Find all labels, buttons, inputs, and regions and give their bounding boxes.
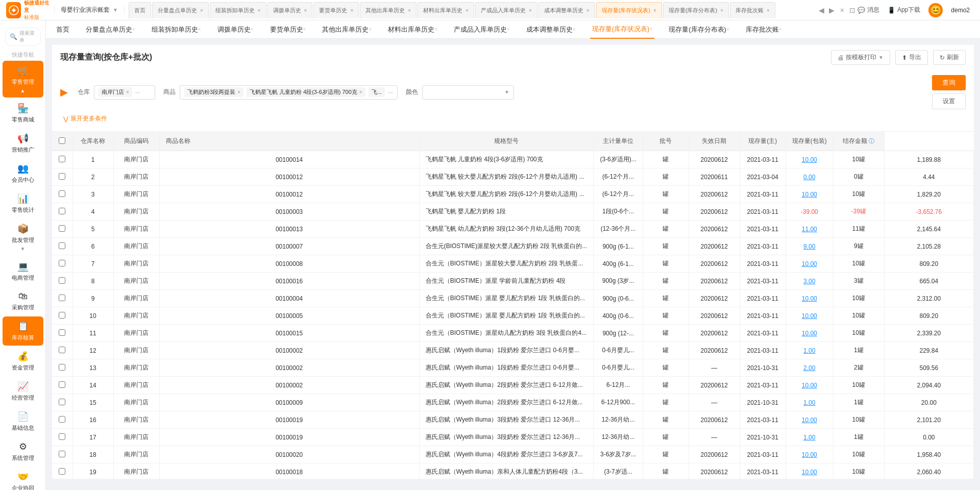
- nav-tab-2[interactable]: 组装拆卸单历史 ×: [150, 20, 203, 39]
- warehouse-more-btn[interactable]: ···: [135, 89, 140, 96]
- sidebar-item-operation[interactable]: 📈 经营管理: [3, 377, 43, 406]
- sidebar-item-marketing[interactable]: 📢 营销推广: [3, 129, 43, 158]
- sidebar-item-retail-mall[interactable]: 🏪 零售商城: [3, 99, 43, 128]
- nav-tab-4[interactable]: 要货单历史 ×: [268, 20, 308, 39]
- row-stock-main[interactable]: 10.00: [786, 463, 833, 479]
- row-checkbox[interactable]: [59, 225, 65, 232]
- sidebar-item-retail-stats[interactable]: 📊 零售统计: [3, 189, 43, 218]
- tab-7[interactable]: 成本调整单历史 ×: [538, 2, 595, 18]
- row-checkbox[interactable]: [59, 433, 65, 440]
- sidebar-item-member[interactable]: 👥 会员中心: [3, 159, 43, 188]
- row-stock-main[interactable]: 1.00: [786, 342, 833, 359]
- tab-close-all-btn[interactable]: ×: [837, 3, 847, 17]
- nav-tab-1[interactable]: 分量盘点单历史 ×: [84, 20, 137, 39]
- row-checkbox[interactable]: [59, 190, 65, 197]
- row-stock-main[interactable]: 10.00: [786, 186, 833, 203]
- row-stock-main[interactable]: 1.00: [786, 394, 833, 411]
- nav-tab-3[interactable]: 调拨单历史 ×: [215, 20, 256, 39]
- row-checkbox-cell[interactable]: [52, 342, 72, 359]
- row-stock-main[interactable]: 11.00: [786, 220, 833, 238]
- row-checkbox-cell[interactable]: [52, 273, 72, 290]
- tab-8[interactable]: 现存量(库存状况表) ×: [596, 2, 662, 18]
- search-input-wrapper[interactable]: 🔍 搜索菜单: [5, 28, 41, 46]
- sidebar-item-inventory[interactable]: 📋 库存核算: [3, 316, 43, 346]
- warehouse-tags[interactable]: 南岸门店 × ···: [94, 85, 155, 100]
- tab-close-3[interactable]: ×: [350, 8, 353, 13]
- tab-close-8[interactable]: ×: [653, 8, 656, 13]
- sidebar-item-ecommerce[interactable]: 💻 电商管理: [3, 257, 43, 286]
- row-checkbox[interactable]: [59, 312, 65, 318]
- tab-2[interactable]: 调拨单历史 ×: [267, 2, 313, 18]
- row-checkbox-cell[interactable]: [52, 463, 72, 479]
- shortcut-nav-btn[interactable]: 快捷导航: [5, 49, 41, 61]
- row-checkbox-cell[interactable]: [52, 394, 72, 411]
- username-label[interactable]: demo2: [951, 7, 970, 14]
- row-checkbox-cell[interactable]: [52, 290, 72, 307]
- row-checkbox[interactable]: [59, 416, 65, 423]
- tab-close-5[interactable]: ×: [465, 8, 469, 13]
- nav-tab-9[interactable]: 现存量(库存状况表) ×: [590, 20, 655, 39]
- balance-info-icon[interactable]: ⓘ: [869, 138, 874, 144]
- row-checkbox[interactable]: [59, 260, 65, 266]
- goods-tag-close-0[interactable]: ×: [237, 89, 240, 95]
- tab-close-7[interactable]: ×: [586, 8, 590, 13]
- row-checkbox[interactable]: [59, 451, 65, 457]
- tab-close-4[interactable]: ×: [408, 8, 411, 13]
- row-checkbox[interactable]: [59, 208, 65, 214]
- expand-more-btn[interactable]: ⋁ 展开更多条件: [60, 111, 966, 126]
- tab-close-2[interactable]: ×: [304, 8, 307, 13]
- sidebar-item-system[interactable]: ⚙ 系统管理: [3, 437, 43, 466]
- warehouse-tag-close-0[interactable]: ×: [126, 89, 129, 95]
- goods-tag-close-1[interactable]: ×: [359, 89, 362, 95]
- row-stock-main[interactable]: 10.00: [786, 255, 833, 273]
- nav-tab-7[interactable]: 产成品入库单历史 ×: [452, 20, 512, 39]
- row-checkbox-cell[interactable]: [52, 429, 72, 446]
- row-checkbox-cell[interactable]: [52, 168, 72, 186]
- row-checkbox[interactable]: [59, 381, 65, 388]
- row-checkbox-cell[interactable]: [52, 446, 72, 463]
- row-checkbox-cell[interactable]: [52, 359, 72, 377]
- message-btn[interactable]: 💬 消息: [857, 6, 879, 14]
- template-print-btn[interactable]: 🖨 按模板打印 ▼: [831, 50, 890, 65]
- row-stock-main[interactable]: 10.00: [786, 411, 833, 429]
- row-stock-main[interactable]: 2.00: [786, 359, 833, 377]
- sidebar-item-finance[interactable]: 💰 资金管理: [3, 347, 43, 376]
- sidebar-item-enterprise[interactable]: 🤝 企业协同: [3, 467, 43, 490]
- goods-more-btn[interactable]: ···: [388, 89, 393, 96]
- row-stock-main[interactable]: 10.00: [786, 307, 833, 325]
- row-stock-main[interactable]: 10.00: [786, 325, 833, 342]
- tab-close-1[interactable]: ×: [258, 8, 261, 13]
- tab-4[interactable]: 其他出库单历史 ×: [360, 2, 416, 18]
- nav-tab-5[interactable]: 其他出库单历史 ×: [320, 20, 374, 39]
- row-checkbox[interactable]: [59, 242, 65, 249]
- row-stock-main[interactable]: 9.00: [786, 238, 833, 255]
- row-checkbox-cell[interactable]: [52, 325, 72, 342]
- nav-tab-6[interactable]: 材料出库单历史 ×: [386, 20, 439, 39]
- nav-tab-8[interactable]: 成本调整单历史 ×: [524, 20, 578, 39]
- row-stock-main[interactable]: 0.00: [786, 168, 833, 186]
- tab-close-10[interactable]: ×: [767, 8, 770, 13]
- row-stock-main[interactable]: 10.00: [786, 290, 833, 307]
- industry-selector[interactable]: 母婴行业演示账套 ▼: [54, 6, 125, 14]
- color-select[interactable]: ▼: [422, 85, 514, 100]
- filter-expand-btn[interactable]: ▶: [60, 87, 67, 98]
- tab-close-9[interactable]: ×: [720, 8, 723, 13]
- row-checkbox[interactable]: [59, 399, 65, 405]
- export-btn[interactable]: ⬆ 导出: [895, 50, 928, 65]
- row-checkbox[interactable]: [59, 277, 65, 284]
- tab-1[interactable]: 组装拆卸单历史 ×: [210, 2, 266, 18]
- row-stock-main[interactable]: 1.00: [786, 429, 833, 446]
- tab-prev-btn[interactable]: ◀: [817, 3, 827, 17]
- sidebar-item-basic-info[interactable]: 📄 基础信息: [3, 407, 43, 436]
- app-download-btn[interactable]: 📱 App下载: [888, 6, 920, 14]
- row-checkbox[interactable]: [59, 329, 65, 336]
- row-checkbox[interactable]: [59, 347, 65, 353]
- refresh-btn[interactable]: ↻ 刷新: [933, 50, 966, 65]
- row-checkbox[interactable]: [59, 295, 65, 301]
- tab-5[interactable]: 材料出库单历史 ×: [418, 2, 474, 18]
- row-checkbox-cell[interactable]: [52, 255, 72, 273]
- row-checkbox-cell[interactable]: [52, 238, 72, 255]
- tab-home[interactable]: 首页: [129, 2, 151, 18]
- row-checkbox-cell[interactable]: [52, 220, 72, 238]
- row-stock-main[interactable]: 10.00: [786, 377, 833, 394]
